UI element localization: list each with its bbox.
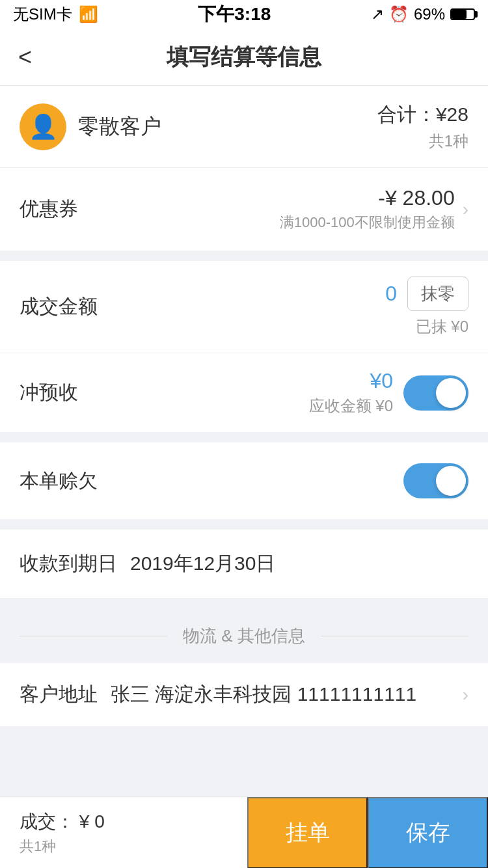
- address-row[interactable]: 客户地址 张三 海淀永丰科技园 11111111111 ›: [0, 663, 488, 726]
- total-amount: 合计：¥28: [377, 102, 468, 128]
- debt-label: 本单赊欠: [20, 468, 98, 495]
- bottom-count: 共1种: [20, 837, 228, 856]
- address-section: 客户地址 张三 海淀永丰科技园 11111111111 ›: [0, 663, 488, 726]
- bottom-summary: 成交： ¥ 0 共1种: [0, 809, 247, 856]
- logistics-divider-right: [321, 636, 468, 636]
- transaction-row: 成交金额 抹零 已抹 ¥0: [0, 261, 488, 353]
- content: 👤 零散客户 合计：¥28 共1种 优惠券 -¥ 28.00 满1000-100…: [0, 86, 488, 815]
- prepayment-label: 冲预收: [20, 379, 78, 406]
- status-left: 无SIM卡 📶: [13, 4, 98, 25]
- prepayment-toggle[interactable]: [403, 375, 468, 411]
- due-date-section: 收款到期日 2019年12月30日: [0, 530, 488, 599]
- address-value: 张三 海淀永丰科技园 11111111111: [111, 681, 463, 708]
- customer-name: 零散客户: [78, 113, 161, 141]
- prepayment-sub: 应收金额 ¥0: [309, 396, 393, 416]
- toggle-knob: [436, 378, 466, 408]
- round-off-button[interactable]: 抹零: [407, 277, 468, 311]
- coupon-label: 优惠券: [20, 196, 78, 223]
- transaction-section: 成交金额 抹零 已抹 ¥0 冲预收 ¥0 应收金额 ¥0: [0, 261, 488, 432]
- nav-bar: < 填写结算等信息: [0, 29, 488, 86]
- due-date-label: 收款到期日: [20, 550, 117, 577]
- location-icon: ↗: [371, 5, 384, 23]
- logistics-section: 物流 & 其他信息: [0, 609, 488, 663]
- address-label: 客户地址: [20, 681, 98, 708]
- battery-fill: [452, 10, 467, 19]
- pending-button[interactable]: 挂单: [247, 797, 368, 869]
- status-time: 下午3:18: [198, 2, 271, 27]
- status-bar: 无SIM卡 📶 下午3:18 ↗ ⏰ 69%: [0, 0, 488, 29]
- transaction-amount-input[interactable]: [345, 282, 397, 306]
- due-date-value: 2019年12月30日: [130, 550, 275, 577]
- debt-section: 本单赊欠: [0, 442, 488, 519]
- coupon-amount: -¥ 28.00: [280, 186, 455, 210]
- status-right: ↗ ⏰ 69%: [371, 5, 475, 23]
- avatar: 👤: [20, 103, 66, 150]
- prepayment-amount-block: ¥0 应收金额 ¥0: [309, 369, 393, 416]
- battery-icon: [450, 8, 475, 20]
- battery-percent: 69%: [414, 5, 445, 23]
- transaction-label: 成交金额: [20, 293, 98, 320]
- chevron-right-icon: ›: [463, 199, 468, 220]
- sim-signal: 无SIM卡: [13, 4, 72, 25]
- prepayment-row: 冲预收 ¥0 应收金额 ¥0: [0, 353, 488, 432]
- address-chevron-icon: ›: [463, 685, 468, 705]
- transaction-sub: 已抹 ¥0: [345, 316, 468, 337]
- total-count: 共1种: [377, 131, 468, 152]
- logistics-text: 物流 & 其他信息: [167, 625, 321, 647]
- customer-row: 👤 零散客户 合计：¥28 共1种: [0, 86, 488, 167]
- customer-right: 合计：¥28 共1种: [377, 102, 468, 152]
- coupon-right: -¥ 28.00 满1000-100不限制使用金额 ›: [280, 186, 468, 232]
- coupon-row[interactable]: 优惠券 -¥ 28.00 满1000-100不限制使用金额 ›: [0, 167, 488, 251]
- back-button[interactable]: <: [18, 44, 32, 71]
- coupon-desc: 满1000-100不限制使用金额: [280, 213, 455, 232]
- prepayment-amount: ¥0: [309, 369, 393, 393]
- bottom-deal-label: 成交：: [20, 811, 74, 832]
- bottom-deal-amount: ¥ 0: [79, 811, 105, 832]
- save-button[interactable]: 保存: [368, 797, 488, 869]
- coupon-value-block: -¥ 28.00 满1000-100不限制使用金额: [280, 186, 455, 232]
- bottom-deal: 成交： ¥ 0: [20, 809, 228, 834]
- due-date-row[interactable]: 收款到期日 2019年12月30日: [0, 530, 488, 599]
- debt-toggle[interactable]: [403, 463, 468, 498]
- debt-toggle-knob: [436, 466, 466, 496]
- alarm-icon: ⏰: [389, 5, 409, 23]
- customer-left: 👤 零散客户: [20, 103, 161, 150]
- logistics-divider-left: [20, 636, 167, 636]
- transaction-controls: 抹零: [345, 277, 468, 311]
- avatar-icon: 👤: [29, 113, 58, 141]
- prepayment-right: ¥0 应收金额 ¥0: [309, 369, 468, 416]
- transaction-right: 抹零 已抹 ¥0: [345, 277, 468, 337]
- bottom-bar: 成交： ¥ 0 共1种 挂单 保存: [0, 796, 488, 868]
- customer-section: 👤 零散客户 合计：¥28 共1种 优惠券 -¥ 28.00 满1000-100…: [0, 86, 488, 251]
- page-title: 填写结算等信息: [167, 42, 321, 72]
- wifi-icon: 📶: [79, 5, 98, 23]
